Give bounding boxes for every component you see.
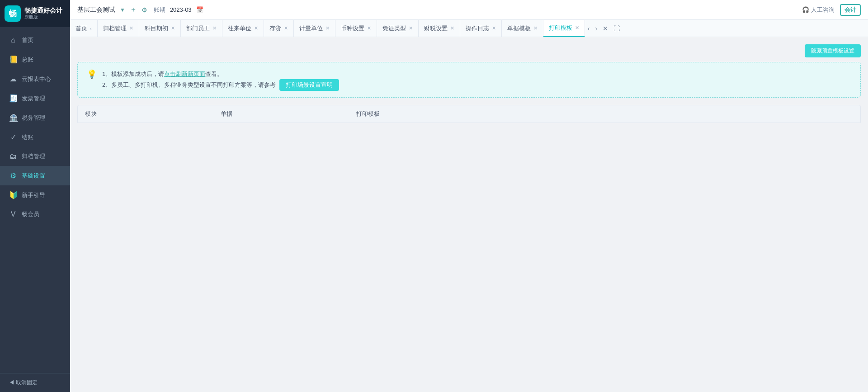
tab-stock-close[interactable]: ✕ — [284, 25, 288, 31]
tax-icon: 🏦 — [9, 113, 17, 122]
col-receipt: 单据 — [213, 105, 349, 123]
tab-expand[interactable]: ⛶ — [611, 25, 623, 32]
reports-icon: ☁ — [9, 75, 17, 83]
tab-print-close[interactable]: ✕ — [575, 25, 579, 31]
info-line1-prefix: 1、模板添加成功后，请 — [102, 71, 164, 77]
support-button[interactable]: 🎧 人工咨询 — [802, 6, 835, 14]
sidebar-item-invoice[interactable]: 🧾 发票管理 — [0, 89, 70, 108]
tab-currency[interactable]: 币种设置 ✕ — [335, 20, 377, 37]
tab-stock[interactable]: 存货 ✕ — [264, 20, 294, 37]
tab-subject-label: 科目期初 — [145, 24, 168, 33]
tab-print[interactable]: 打印模板 ✕ — [543, 20, 585, 37]
member-icon: V — [9, 210, 17, 218]
sidebar-label-archive: 归档管理 — [22, 152, 45, 161]
tab-receipt[interactable]: 单据模板 ✕ — [502, 20, 543, 37]
archive-icon: 🗂 — [9, 152, 17, 161]
tab-home-label: 首页 — [75, 24, 87, 33]
main-area: 基层工会测试 ▼ ＋ ⚙ 账期 2023-03 📅 🎧 人工咨询 会计 首页 ‹… — [70, 0, 868, 392]
sidebar-label-tax: 税务管理 — [22, 114, 45, 122]
hide-template-button[interactable]: 隐藏预置模板设置 — [805, 44, 861, 57]
sidebar-unpin[interactable]: ◀ 取消固定 — [0, 373, 70, 392]
hide-template-area: 隐藏预置模板设置 — [77, 44, 861, 57]
refresh-link[interactable]: 点击刷新新页面 — [164, 71, 205, 77]
tab-currency-close[interactable]: ✕ — [367, 25, 371, 31]
tab-voucher-close[interactable]: ✕ — [409, 25, 413, 31]
role-badge[interactable]: 会计 — [840, 4, 861, 16]
info-line1: 1、模板添加成功后，请点击刷新新页面查看。 — [102, 69, 339, 79]
add-company-icon[interactable]: ＋ — [130, 5, 137, 14]
ledger-icon: 📒 — [9, 55, 17, 64]
period-label: 账期 — [154, 6, 165, 14]
sidebar-nav: ⌂ 首页 📒 总账 ☁ 云报表中心 🧾 发票管理 🏦 税务管理 ✓ 结账 🗂 归… — [0, 27, 70, 373]
tab-close-all[interactable]: ✕ — [600, 25, 611, 32]
tab-receipt-label: 单据模板 — [507, 24, 531, 33]
tab-partner[interactable]: 往来单位 ✕ — [222, 20, 264, 37]
tab-receipt-close[interactable]: ✕ — [533, 25, 538, 31]
tab-taxset-label: 财税设置 — [424, 24, 448, 33]
calendar-icon[interactable]: 📅 — [196, 6, 203, 13]
sidebar-item-home[interactable]: ⌂ 首页 — [0, 31, 70, 50]
tab-dept-label: 部门员工 — [186, 24, 210, 33]
info-line2: 2、多员工、多打印机、多种业务类型设置不同打印方案等，请参考 打印场景设置宣明 — [102, 79, 339, 91]
info-text-block: 1、模板添加成功后，请点击刷新新页面查看。 2、多员工、多打印机、多种业务类型设… — [102, 69, 339, 91]
tab-oplog-close[interactable]: ✕ — [492, 25, 496, 31]
sidebar-item-ledger[interactable]: 📒 总账 — [0, 50, 70, 69]
sidebar-item-archive[interactable]: 🗂 归档管理 — [0, 147, 70, 166]
tab-partner-label: 往来单位 — [228, 24, 251, 33]
tab-home-nav[interactable]: ‹ — [90, 26, 92, 31]
tab-unit-close[interactable]: ✕ — [326, 25, 330, 31]
table-header: 模块 单据 打印模板 — [77, 105, 861, 123]
invoice-icon: 🧾 — [9, 94, 17, 103]
guide-icon: 🔰 — [9, 191, 17, 199]
tab-subject[interactable]: 科目期初 ✕ — [139, 20, 181, 37]
topbar: 基层工会测试 ▼ ＋ ⚙ 账期 2023-03 📅 🎧 人工咨询 会计 — [70, 0, 868, 20]
sidebar-label-invoice: 发票管理 — [22, 94, 45, 103]
sidebar-item-reports[interactable]: ☁ 云报表中心 — [0, 69, 70, 89]
tab-nav-prev[interactable]: ‹ — [585, 25, 593, 32]
tab-home[interactable]: 首页 ‹ — [70, 20, 98, 37]
sidebar-label-close: 结账 — [22, 133, 33, 142]
sidebar-item-basic[interactable]: ⚙ 基础设置 — [0, 166, 70, 185]
info-line1-suffix: 查看。 — [205, 71, 223, 77]
tab-oplog-label: 操作日志 — [466, 24, 489, 33]
headset-icon: 🎧 — [802, 6, 809, 13]
tab-unit[interactable]: 计量单位 ✕ — [294, 20, 335, 37]
sidebar-logo: 畅 畅捷通好会计 旗舰版 — [0, 0, 70, 27]
company-name: 基层工会测试 — [77, 6, 115, 14]
tab-dept-close[interactable]: ✕ — [212, 25, 217, 31]
tab-voucher[interactable]: 凭证类型 ✕ — [377, 20, 419, 37]
sidebar: 畅 畅捷通好会计 旗舰版 ⌂ 首页 📒 总账 ☁ 云报表中心 🧾 发票管理 🏦 … — [0, 0, 70, 392]
col-template: 打印模板 — [349, 105, 860, 123]
sidebar-item-guide[interactable]: 🔰 新手引导 — [0, 185, 70, 205]
tab-subject-close[interactable]: ✕ — [171, 25, 175, 31]
sidebar-label-ledger: 总账 — [22, 56, 33, 64]
tab-taxset-close[interactable]: ✕ — [450, 25, 454, 31]
period-value: 2023-03 — [170, 6, 192, 13]
settings-icon[interactable]: ⚙ — [142, 6, 147, 14]
support-label: 人工咨询 — [811, 6, 835, 14]
tab-voucher-label: 凭证类型 — [382, 24, 406, 33]
explain-button[interactable]: 打印场景设置宣明 — [279, 79, 339, 91]
tab-stock-label: 存货 — [269, 24, 281, 33]
tab-currency-label: 币种设置 — [341, 24, 364, 33]
info-box: 💡 1、模板添加成功后，请点击刷新新页面查看。 2、多员工、多打印机、多种业务类… — [77, 62, 861, 98]
sidebar-item-member[interactable]: V 畅会员 — [0, 205, 70, 224]
sidebar-label-home: 首页 — [22, 36, 33, 44]
tab-taxset[interactable]: 财税设置 ✕ — [419, 20, 460, 37]
tab-archive[interactable]: 归档管理 ✕ — [98, 20, 139, 37]
company-dropdown-icon[interactable]: ▼ — [120, 7, 125, 13]
basic-icon: ⚙ — [9, 171, 17, 180]
tab-oplog[interactable]: 操作日志 ✕ — [460, 20, 502, 37]
sidebar-item-tax[interactable]: 🏦 税务管理 — [0, 108, 70, 128]
col-module: 模块 — [78, 105, 213, 123]
tab-partner-close[interactable]: ✕ — [254, 25, 258, 31]
sidebar-label-reports: 云报表中心 — [22, 75, 51, 83]
tab-nav-next[interactable]: › — [592, 25, 600, 32]
sidebar-label-guide: 新手引导 — [22, 191, 45, 199]
home-icon: ⌂ — [9, 36, 17, 44]
sidebar-item-close[interactable]: ✓ 结账 — [0, 128, 70, 147]
topbar-right: 🎧 人工咨询 会计 — [802, 4, 861, 16]
tab-dept[interactable]: 部门员工 ✕ — [181, 20, 222, 37]
tab-archive-close[interactable]: ✕ — [129, 25, 133, 31]
page-content: 隐藏预置模板设置 💡 1、模板添加成功后，请点击刷新新页面查看。 2、多员工、多… — [70, 37, 868, 392]
